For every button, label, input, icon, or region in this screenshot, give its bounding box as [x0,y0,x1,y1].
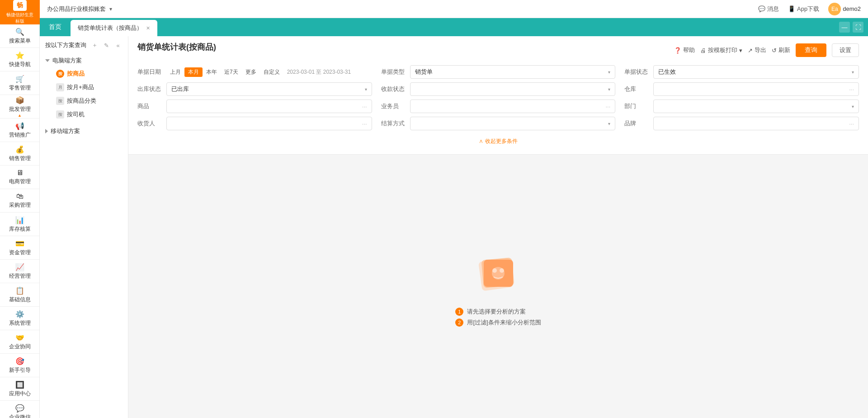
receiver-label: 收货人 [137,119,163,128]
sidebar-item-sales[interactable]: 💰 销售管理 [0,142,39,166]
empty-hints: 1 请先选择要分析的方案 2 用[过滤]条件来缩小分析范围 [455,308,541,327]
data-area: 1 请先选择要分析的方案 2 用[过滤]条件来缩小分析范围 [128,155,868,418]
sidebar-item-basic[interactable]: 📋 基础信息 [0,283,39,307]
pc-group-label: 电脑端方案 [52,57,82,65]
date-this-month[interactable]: 本月 [184,67,203,77]
product-input[interactable]: ··· [166,100,372,113]
filter-cell-doc-status: 单据状态 已生效 ▾ [624,65,859,79]
sidebar-item-corp[interactable]: 🤝 企业协同 [0,330,39,354]
date-label: 单据日期 [137,68,163,76]
filter-area: 销货单统计表(按商品) ❓ 帮助 🖨 按模板打印 ▾ ↗ [128,36,868,155]
filter-cell-receiver: 收货人 ··· [137,117,372,130]
app-logo[interactable]: 畅 畅捷信好生意 标版 [0,0,40,24]
tab-home[interactable]: 首页 [40,18,71,36]
tab-close-btn[interactable]: ✕ [146,25,150,31]
svg-point-4 [492,268,497,273]
tree-children-pc: 按 按商品 月 按月+商品 按 按商品分类 按 按司机 [40,67,128,121]
operation-icon: 📈 [15,263,24,271]
app-name: 畅捷信好生意 [6,12,33,18]
refresh-icon: ↺ [772,47,777,54]
help-btn[interactable]: ❓ 帮助 [674,46,695,54]
query-button[interactable]: 查询 [796,43,826,57]
sales-icon: 💰 [15,145,24,154]
app-download-btn[interactable]: 📱 App下载 [788,5,819,13]
date-this-year[interactable]: 本年 [203,67,221,77]
sidebar-item-apps[interactable]: 🔲 应用中心 [0,377,39,401]
sidebar-item-marketing[interactable]: 📢 营销推广 [0,119,39,142]
industry-dropdown[interactable]: ▾ [109,6,112,12]
sidebar-item-wholesale[interactable]: 📦 批发管理 ▲ [0,95,39,119]
sidebar-item-operation[interactable]: 📈 经营管理 [0,260,39,283]
user-menu[interactable]: Ea demo2 [828,3,861,15]
page-title: 销货单统计表(按商品) [137,42,216,52]
sidebar-item-finance[interactable]: 💳 资金管理 [0,236,39,260]
refresh-btn[interactable]: ↺ 刷新 [772,46,790,54]
tree-item-by-category[interactable]: 按 按商品分类 [45,94,128,108]
message-btn[interactable]: 💬 消息 [758,5,779,13]
receiver-input[interactable]: ··· [166,117,372,130]
dept-select[interactable]: ▾ [653,100,859,113]
sidebar: 畅 畅捷信好生意 标版 🔍 搜索菜单 ⭐ 快捷导航 🛒 零售管理 📦 批发管理 … [0,0,40,418]
edit-scheme-btn[interactable]: ✎ [102,41,111,50]
sidebar-item-system[interactable]: ⚙️ 系统管理 [0,307,39,330]
collapse-panel-btn[interactable]: « [113,41,123,50]
basic-icon: 📋 [15,286,24,295]
empty-hint-1: 1 请先选择要分析的方案 [455,308,541,316]
dept-label: 部门 [624,102,650,110]
tree-item-by-month-product[interactable]: 月 按月+商品 [45,81,128,94]
payment-arrow: ▾ [608,121,610,126]
tree-parent-mobile[interactable]: 移动端方案 [40,125,128,138]
print-btn[interactable]: 🖨 按模板打印 ▾ [700,46,742,54]
salesman-label: 业务员 [381,102,406,110]
date-custom[interactable]: 自定义 [260,67,283,77]
hint-num-1: 1 [455,308,463,316]
inventory-icon: 📊 [15,216,24,224]
tree-item-by-vendor[interactable]: 按 按司机 [45,108,128,121]
brand-input[interactable]: ··· [653,117,859,130]
filter-cell-product: 商品 ··· [137,100,372,113]
phone-icon: 📱 [788,5,795,12]
tabbar: 首页 销货单统计表（按商品） ✕ — ⛶ [40,18,868,36]
sidebar-item-purchase[interactable]: 🛍 采购管理 [0,189,39,213]
tab-active[interactable]: 销货单统计表（按商品） ✕ [71,20,157,36]
payment-select[interactable]: ▾ [410,117,616,130]
date-last-month[interactable]: 上月 [166,67,184,77]
sidebar-item-ecom[interactable]: 🖥 电商管理 [0,166,39,189]
tree-group-pc: 电脑端方案 按 按商品 月 按月+商品 按 按商品分类 [40,52,128,123]
out-status-label: 出库状态 [137,85,163,93]
system-icon: ⚙️ [15,310,24,318]
sidebar-item-guide[interactable]: 🎯 新手引导 [0,354,39,377]
mobile-group-label: 移动端方案 [51,127,80,135]
recv-status-select[interactable]: ▾ [410,82,616,96]
tree-parent-pc[interactable]: 电脑端方案 [40,54,128,67]
setting-button[interactable]: 设置 [832,43,859,57]
doc-status-label: 单据状态 [624,68,650,76]
sidebar-item-inventory[interactable]: 📊 库存核算 [0,213,39,236]
sidebar-quick-nav[interactable]: ⭐ 快捷导航 [0,48,39,71]
date-more[interactable]: 更多 [242,67,260,77]
message-icon: 💬 [758,5,765,12]
sidebar-item-wechat[interactable]: 💬 企业微信 [0,401,39,418]
tabbar-actions: — ⛶ [839,22,868,33]
date-7days[interactable]: 近7天 [221,67,242,77]
topbar: 办公用品行业模拟账套 ▾ 💬 消息 📱 App下载 Ea demo2 [40,0,868,18]
doc-status-select[interactable]: 已生效 ▾ [653,65,859,79]
warehouse-select[interactable]: ··· [653,82,859,96]
sidebar-search[interactable]: 🔍 搜索菜单 [0,24,39,48]
filter-cell-out-status: 出库状态 已出库 ▾ [137,82,372,96]
tab-minimize-btn[interactable]: — [839,22,850,33]
out-status-select[interactable]: 已出库 ▾ [166,82,372,96]
tab-expand-btn[interactable]: ⛶ [853,22,863,33]
filter-row-2: 出库状态 已出库 ▾ 收款状态 ▾ [137,82,859,96]
export-btn[interactable]: ↗ 导出 [748,46,766,54]
add-scheme-btn[interactable]: ＋ [90,41,99,50]
collapse-filter-btn[interactable]: ∧ 收起更多条件 [137,134,859,149]
expand-icon-pc [45,59,50,62]
by-category-icon: 按 [56,97,64,105]
tree-item-by-product[interactable]: 按 按商品 [45,67,128,81]
sidebar-item-retail[interactable]: 🛒 零售管理 [0,71,39,95]
doc-type-select[interactable]: 销货单 ▾ [410,65,616,79]
user-avatar: Ea [828,3,841,15]
salesman-input[interactable]: ··· [410,100,616,113]
filter-cell-dept: 部门 ▾ [624,100,859,113]
